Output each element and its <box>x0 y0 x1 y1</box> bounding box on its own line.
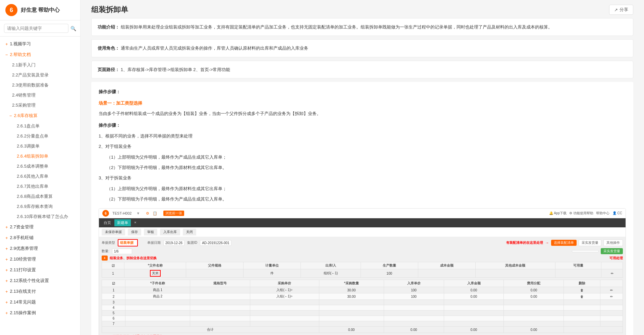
screenshot-table-bottom: ☑ *子件名称 规格型号 采购单价 *采购数量 入库单价 入库金额 费用分配 删 <box>102 280 623 333</box>
sidebar-item-label: 2.14常见问题 <box>10 299 36 305</box>
sidebar-item-docs-28[interactable]: + 2.8手机旺铺 <box>0 232 80 243</box>
screenshot-assembly-label: 集团ID <box>187 240 197 245</box>
screenshot-icons-right: 🔔 App下载 ⚙ 功能使用帮助 帮助中心 👤 CC <box>549 211 622 216</box>
cell-delete[interactable]: 🗑 <box>564 293 600 300</box>
screenshot-tab-review[interactable]: 审核 <box>144 229 157 235</box>
sidebar-item-docs-213[interactable]: + 2.13在线支付 <box>0 286 80 297</box>
sub-item-label: 2.6.2分量盘点单 <box>17 133 48 138</box>
sub-item-label: 2.6.4组装拆卸单 <box>17 154 48 159</box>
sidebar-item-docs-267[interactable]: 2.6.7其他出库单 <box>0 181 80 191</box>
screenshot-tab-unsaved[interactable]: 未保存单据 <box>102 229 125 235</box>
cell-name-value[interactable]: 关米 <box>150 270 161 277</box>
sidebar-item-docs-263[interactable]: 2.6.3调拨单 <box>0 141 80 151</box>
footer-total2: 0.00 <box>384 327 444 333</box>
sidebar-item-docs-22[interactable]: 2.2产品安装及登录 <box>0 70 80 80</box>
role-block: 使用角色： 通常由生产人员或库管人员完成拆装业务的操作，库管人员确认原材料的出库… <box>91 39 633 57</box>
screenshot-menu-home[interactable]: 自页 <box>101 219 114 226</box>
plus-icon: + <box>5 257 8 262</box>
sidebar-item-docs-2610[interactable]: 2.6.10库存账本错了怎么办 <box>0 212 80 222</box>
sub-item-label: 2.6.3调拨单 <box>17 144 40 149</box>
cell-name: 商品 2 <box>125 293 190 300</box>
screenshot-other-btn[interactable]: 其他操作 <box>603 239 623 246</box>
step1: 1、根据不同的业务，选择不同单据的类型来处理 <box>99 132 626 140</box>
sub-item-label: 2.6.6其他入库单 <box>17 174 48 179</box>
cell-prodqty[interactable]: 100 <box>361 269 418 278</box>
cell-delete[interactable]: 🗑 <box>564 287 600 293</box>
step2: 2、对于组装业务 <box>99 143 626 150</box>
sidebar-item-docs[interactable]: − 2.帮助文档 <box>0 49 80 60</box>
sidebar-item-docs-23[interactable]: 2.3使用前数据准备 <box>0 80 80 90</box>
cell-edit[interactable]: ✏ <box>601 269 623 278</box>
sidebar-item-docs-211[interactable]: + 2.11打印设置 <box>0 265 80 275</box>
sidebar-item-docs-25[interactable]: 2.5采购管理 <box>0 100 80 110</box>
sidebar-item-docs-262[interactable]: 2.6.2分量盘点单 <box>0 131 80 141</box>
cell-edit4[interactable]: ✏ <box>600 293 623 300</box>
search-box: 🔍 <box>0 20 80 37</box>
screenshot-menubar: 自页 新建单 × <box>99 218 626 227</box>
screenshot-tab-save[interactable]: 保存 <box>128 229 141 235</box>
sidebar-item-videos[interactable]: + 1.视频学习 <box>0 39 80 49</box>
sidebar-item-docs-264[interactable]: 2.6.4组装拆卸单 <box>0 151 80 161</box>
sidebar-item-docs-29[interactable]: + 2.9优惠券管理 <box>0 243 80 254</box>
sidebar-item-docs-261[interactable]: 2.6.1盘点单 <box>0 121 80 131</box>
screenshot-apply-btn[interactable]: 采实发货量 <box>601 248 623 254</box>
role-label: 使用角色： <box>98 46 119 51</box>
main-panel: 组装拆卸单 ↗ 分享 功能介绍： 组装拆卸单用来处理企业组装或拆卸等加工业务，支… <box>80 0 644 335</box>
screenshot-date-input[interactable]: 2019-12-26 <box>163 240 184 246</box>
sidebar-item-docs-26[interactable]: − 2.6库存核算 <box>0 110 80 121</box>
screenshot-date-label: 单据日期 <box>147 240 161 245</box>
cell-in-price: 100 <box>384 293 444 300</box>
table-row: 7 <box>102 321 623 327</box>
cell-spec <box>186 269 244 278</box>
screenshot-container: 6 TEST-H002 ▼ ⚙ 📋 浏览前一张 🔔 App下载 ⚙ 功能使用帮助… <box>99 208 626 335</box>
col-header-available: 可用量 <box>555 262 601 269</box>
cell-checkbox[interactable]: 1 <box>102 269 124 278</box>
sidebar-item-docs-24[interactable]: 2.4销售管理 <box>0 90 80 100</box>
sidebar-item-docs-266[interactable]: 2.6.6其他入库单 <box>0 171 80 181</box>
sub-item-label: 2.3使用前数据准备 <box>12 82 49 88</box>
sidebar-item-docs-265[interactable]: 2.6.5成本调整单 <box>0 161 80 171</box>
cell-othercost <box>475 269 555 278</box>
share-icon: ↗ <box>614 7 618 12</box>
screenshot-doctype-input[interactable]: 组装单据 <box>118 239 138 246</box>
col-header-num: ☑ <box>102 280 125 287</box>
cell-unit: 件 <box>244 269 301 278</box>
sidebar-item-docs-210[interactable]: + 2.10经营管理 <box>0 254 80 265</box>
cell-purch-qty[interactable]: 30.00 <box>319 287 384 293</box>
col-header-edit2 <box>600 280 623 287</box>
screenshot-menu-new[interactable]: 新建单 <box>114 219 131 226</box>
sub-item-label: 2.4销售管理 <box>12 93 36 98</box>
cell-purch-qty[interactable]: 30.00 <box>319 293 384 300</box>
screenshot-assembly-input[interactable]: AD-20191226-001 <box>200 240 231 246</box>
sidebar-item-docs-21[interactable]: 2.1新手入门 <box>0 60 80 70</box>
col-header-delete: 删除 <box>564 280 600 287</box>
screenshot-tab-close[interactable]: 关闭 <box>183 229 196 235</box>
screenshot-menu-close[interactable]: × <box>131 219 139 226</box>
sidebar-item-label: 2.6库存核算 <box>14 113 38 119</box>
cell-edit3[interactable]: ✏ <box>600 287 623 293</box>
cell-in-price: 100 <box>384 287 444 293</box>
sidebar-item-docs-268[interactable]: 2.6.8商品成本重算 <box>0 191 80 202</box>
screenshot-tab-inout[interactable]: 入库出库 <box>160 229 180 235</box>
sidebar-item-docs-212[interactable]: + 2.12系统个性化设置 <box>0 275 80 286</box>
intro-text: 组装拆卸单用来处理企业组装或拆卸等加工业务，支持有固定装配清单的产品加工业务，也… <box>121 24 552 30</box>
sidebar-item-docs-27[interactable]: + 2.7资金管理 <box>0 222 80 232</box>
minus-icon: − <box>9 113 12 118</box>
sidebar-item-label: 2.9优惠券管理 <box>10 245 38 252</box>
col-header-prodqty: 生产数量 <box>361 262 418 269</box>
search-icon[interactable]: 🔍 <box>70 26 76 31</box>
search-input[interactable] <box>4 24 68 33</box>
screenshot-confirm-btn[interactable]: 采实发货量 <box>579 239 601 246</box>
screenshot-qty-input[interactable]: 1/6 <box>112 248 132 254</box>
share-button[interactable]: ↗ 分享 <box>609 5 633 15</box>
screenshot-add-btn[interactable]: + <box>102 256 108 261</box>
sidebar: 6 好生意 帮助中心 🔍 + 1.视频学习 − 2.帮助文档 2.1新手入门 2… <box>0 0 80 335</box>
sidebar-item-docs-215[interactable]: + 2.15操作案例 <box>0 308 80 318</box>
sidebar-item-docs-214[interactable]: + 2.14常见问题 <box>0 297 80 308</box>
screenshot-select-btn[interactable]: 选择装配清单 <box>551 240 577 246</box>
screenshot-note-input[interactable] <box>572 250 599 252</box>
annotation-available: 可用处理 <box>609 256 623 261</box>
sidebar-item-docs-269[interactable]: 2.6.9库存账本查询 <box>0 202 80 212</box>
plus-icon: + <box>5 225 8 230</box>
share-label: 分享 <box>620 7 628 13</box>
